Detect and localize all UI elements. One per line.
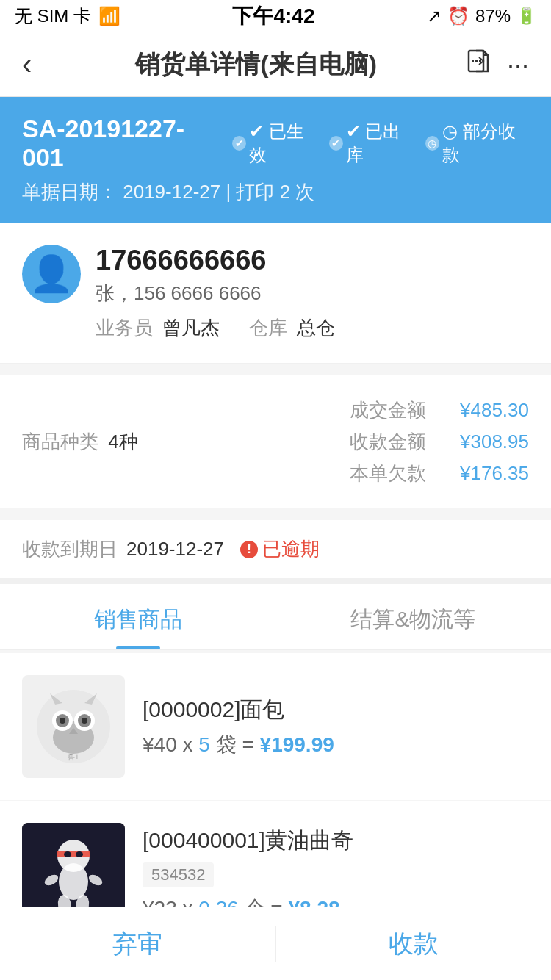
goods-count-value: 4种	[108, 430, 137, 453]
location-icon: ↗	[427, 6, 442, 26]
check-icon-1: ✔	[232, 136, 246, 151]
sales-value: 曾凡杰	[162, 317, 220, 339]
summary-right: 成交金额 ¥485.30 收款金额 ¥308.95 本单欠款 ¥176.35	[350, 397, 529, 486]
cancel-review-button[interactable]: 弃审	[0, 907, 276, 980]
print-count-value: 2	[280, 181, 290, 203]
tabs: 销售商品 结算&物流等	[0, 584, 551, 650]
print-label: 打印	[236, 181, 274, 203]
svg-point-8	[82, 718, 87, 724]
more-button[interactable]: ···	[507, 49, 529, 80]
badge-shipped: ✔ ✔ 已出库	[329, 120, 415, 167]
status-left: 无 SIM 卡 📶	[15, 4, 120, 28]
person-icon: 👤	[29, 253, 73, 295]
due-date: 2019-12-27	[126, 538, 224, 561]
product-price-1: ¥40 x 5 袋 = ¥199.99	[143, 731, 529, 759]
customer-info: 17666666666 张，156 6666 6666 业务员 曾凡杰 仓库 总…	[96, 245, 529, 341]
product-list: 兽+ [0000002]面包 ¥40 x 5 袋 = ¥199.99	[0, 653, 551, 948]
received-label: 收款金额	[350, 429, 426, 455]
product-info-1: [0000002]面包 ¥40 x 5 袋 = ¥199.99	[143, 695, 529, 759]
summary-left: 商品种类 4种	[22, 429, 350, 455]
nav-bar: ‹ 销货单详情(来自电脑) ···	[0, 32, 551, 97]
svg-point-17	[76, 851, 83, 857]
owed-value: ¥176.35	[441, 462, 529, 485]
amount-value: ¥485.30	[441, 399, 529, 422]
bottom-bar: 弃审 收款	[0, 907, 551, 980]
total-1: ¥199.99	[260, 733, 334, 756]
battery-text: 87%	[475, 6, 511, 26]
owed-label: 本单欠款	[350, 461, 426, 486]
badge-partial: ◷ ◷ 部分收款	[425, 120, 529, 167]
customer-name: 张，156 6666 6666	[96, 281, 529, 306]
tab-settlement[interactable]: 结算&物流等	[276, 584, 551, 649]
overdue-text: 已逾期	[262, 536, 320, 562]
back-button[interactable]: ‹	[22, 48, 32, 81]
warehouse-info: 仓库 总仓	[249, 315, 335, 341]
customer-section: 👤 17666666666 张，156 6666 6666 业务员 曾凡杰 仓库…	[0, 223, 551, 364]
print-separator: |	[226, 181, 236, 203]
amount-label: 成交金额	[350, 397, 426, 423]
due-label: 收款到期日	[22, 536, 118, 562]
warehouse-value: 总仓	[297, 317, 335, 339]
received-value: ¥308.95	[441, 430, 529, 453]
product-image-1: 兽+	[22, 675, 125, 778]
status-time: 下午4:42	[232, 2, 314, 30]
price-x-1: x	[183, 733, 199, 756]
quantity-1: 5	[198, 733, 210, 756]
amount-row: 成交金额 ¥485.30	[350, 397, 529, 423]
price-base-1: ¥40	[143, 733, 177, 756]
product-item: 兽+ [0000002]面包 ¥40 x 5 袋 = ¥199.99	[0, 653, 551, 801]
carrier-text: 无 SIM 卡	[15, 4, 91, 28]
wifi-icon: 📶	[98, 6, 120, 26]
svg-point-16	[64, 851, 71, 857]
date-value: 2019-12-27	[123, 181, 220, 203]
sales-label: 业务员	[96, 317, 153, 339]
equals-1: =	[242, 733, 259, 756]
overdue-icon: !	[240, 541, 258, 558]
product-sku-wrapper: 534532	[143, 862, 529, 895]
order-date: 单据日期： 2019-12-27 | 打印 2 次	[22, 179, 529, 205]
product-name-1: [0000002]面包	[143, 695, 529, 725]
check-icon-2: ✔	[329, 136, 343, 151]
product-sku-2: 534532	[143, 862, 214, 887]
order-id: SA-20191227-001	[22, 115, 217, 172]
overdue-badge: ! 已逾期	[233, 535, 327, 563]
collect-payment-button[interactable]: 收款	[276, 907, 552, 980]
status-bar: 无 SIM 卡 📶 下午4:42 ↗ ⏰ 87% 🔋	[0, 0, 551, 32]
order-header: SA-20191227-001 ✔ ✔ 已生效 ✔ ✔ 已出库 ◷ ◷ 部分收款…	[0, 97, 551, 223]
avatar: 👤	[22, 245, 81, 303]
order-badges: ✔ ✔ 已生效 ✔ ✔ 已出库 ◷ ◷ 部分收款	[232, 120, 529, 167]
due-section: 收款到期日 2019-12-27 ! 已逾期	[0, 520, 551, 584]
received-row: 收款金额 ¥308.95	[350, 429, 529, 455]
badge-effective: ✔ ✔ 已生效	[232, 120, 318, 167]
nav-actions: ···	[466, 48, 529, 81]
svg-point-18	[59, 863, 88, 900]
date-label: 单据日期：	[22, 181, 118, 203]
page-title: 销货单详情(来自电脑)	[46, 48, 466, 82]
customer-meta: 业务员 曾凡杰 仓库 总仓	[96, 315, 529, 341]
alarm-icon: ⏰	[447, 6, 469, 26]
goods-count: 商品种类 4种	[22, 429, 350, 455]
warehouse-label: 仓库	[249, 317, 287, 339]
status-right: ↗ ⏰ 87% 🔋	[427, 6, 536, 26]
summary-section: 商品种类 4种 成交金额 ¥485.30 收款金额 ¥308.95 本单欠款 ¥…	[0, 375, 551, 508]
battery-icon: 🔋	[516, 7, 536, 26]
share-button[interactable]	[466, 48, 492, 81]
tab-sales-goods[interactable]: 销售商品	[0, 584, 276, 649]
customer-phone: 17666666666	[96, 245, 529, 276]
svg-point-7	[60, 718, 65, 724]
print-suffix: 次	[295, 181, 314, 203]
product-name-2: [000400001]黄油曲奇	[143, 826, 529, 856]
svg-text:兽+: 兽+	[68, 753, 79, 761]
unit-1: 袋	[216, 733, 237, 756]
goods-count-label: 商品种类	[22, 430, 98, 453]
owed-row: 本单欠款 ¥176.35	[350, 461, 529, 486]
sales-info: 业务员 曾凡杰	[96, 315, 220, 341]
svg-rect-15	[57, 851, 90, 857]
clock-icon: ◷	[425, 136, 439, 151]
